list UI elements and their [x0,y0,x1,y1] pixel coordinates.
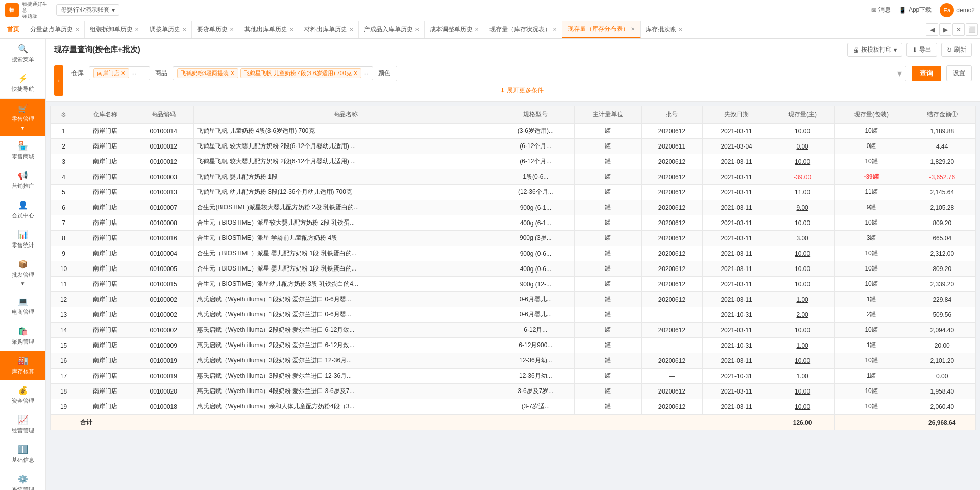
warehouse-tag-close-icon[interactable]: ✕ [121,70,126,77]
sidebar-item-finance[interactable]: 💰 资金管理 [0,380,45,410]
print-button[interactable]: 🖨 按模板打印 ▾ [847,43,902,57]
cell-qty-main[interactable]: 9.00 [771,200,834,215]
message-btn[interactable]: ✉ 消息 [871,6,891,14]
tab-close-icon[interactable]: ✕ [678,27,682,32]
cell-code: 00100012 [133,154,194,169]
setting-button[interactable]: 设置 [946,65,972,81]
product-tag-1-close-icon[interactable]: ✕ [230,70,235,77]
tab-close-icon[interactable]: ✕ [230,27,234,32]
industry-selector[interactable]: 母婴行业演示账套 ▾ [56,4,119,16]
sidebar-item-base-info[interactable]: ℹ️ 基础信息 [0,439,45,469]
color-filter-input[interactable]: ▾ [396,66,906,81]
tab-demand[interactable]: 要货单历史 ✕ [192,21,239,38]
product-filter-input[interactable]: 飞鹤奶粉3段两提装 ✕ 飞鹤星飞帆 儿童奶粉 4段(3-6岁适用) 700克 ✕… [173,66,373,80]
app-download-btn[interactable]: 📱 App下载 [899,6,932,14]
export-button[interactable]: ⬇ 导出 [906,43,937,57]
color-dropdown-icon[interactable]: ▾ [897,68,902,79]
tab-current-status[interactable]: 现存量（库存状况表） ✕ [484,21,562,38]
cell-qty-main[interactable]: 10.00 [771,215,834,231]
sidebar-item-ecommerce[interactable]: 💻 电商管理 [0,291,45,321]
cell-qty-main[interactable]: 10.00 [771,154,834,169]
sidebar-item-wholesale[interactable]: 📦 批发管理 ▼ [0,254,45,291]
cell-qty-main[interactable]: 1.00 [771,369,834,384]
cell-qty-main[interactable]: 10.00 [771,124,834,139]
tab-close-icon[interactable]: ✕ [553,27,557,32]
sidebar-item-inventory[interactable]: 🏭 库存核算 [0,351,45,380]
cell-qty-main[interactable]: 3.00 [771,231,834,246]
tab-batch-ledger[interactable]: 库存批次账 ✕ [641,21,688,38]
tab-close-icon[interactable]: ✕ [415,27,419,32]
cell-no: 9 [51,246,77,261]
sidebar-item-system[interactable]: ⚙️ 系统管理 [0,469,45,490]
warehouse-filter-input[interactable]: 南岸门店 ✕ ··· [89,66,150,80]
tab-close-icon[interactable]: ✕ [289,27,293,32]
cell-qty-main[interactable]: 10.00 [771,353,834,369]
tab-close-all-btn[interactable]: ✕ [952,23,965,36]
expand-sidebar-btn[interactable]: › [54,65,63,96]
tab-current-dist[interactable]: 现存量（库存分布表） ✕ [562,21,641,38]
tab-mix[interactable]: 调拨单历史 ✕ [144,21,192,38]
product-tag-1[interactable]: 飞鹤奶粉3段两提装 ✕ [177,68,238,78]
expand-more-btn[interactable]: ⬇ 展开更多条件 [71,84,972,97]
cell-unit: 罐 [574,169,641,185]
cell-qty-main[interactable]: 11.00 [771,185,834,200]
cell-expire: 2021-03-11 [702,384,771,399]
tab-close-icon[interactable]: ✕ [475,27,479,32]
username: demo2 [956,7,975,14]
tab-material-out[interactable]: 材料出库单历史 ✕ [299,21,359,38]
col-warehouse: 仓库名称 [77,106,133,124]
sidebar-item-retail-shop[interactable]: 🏪 零售商城 [0,136,45,165]
cell-qty-main[interactable]: 10.00 [771,246,834,261]
tab-close-icon[interactable]: ✕ [182,27,186,32]
sidebar-item-retail-mgmt[interactable]: 🛒 零售管理 ▼ [0,99,45,136]
tab-close-icon[interactable]: ✕ [75,27,79,32]
tab-split-inventory[interactable]: 分量盘点单历史 ✕ [25,21,85,38]
product-more-icon[interactable]: ··· [363,70,369,77]
tab-close-icon[interactable]: ✕ [349,27,353,32]
sidebar-item-marketing[interactable]: 📢 营销推广 [0,165,45,195]
tab-prev-btn[interactable]: ◀ [926,23,938,36]
cell-qty-main[interactable]: 1.00 [771,292,834,307]
warehouse-tag[interactable]: 南岸门店 ✕ [93,68,129,78]
cell-qty-main[interactable]: 10.00 [771,384,834,399]
sidebar-item-retail-stats[interactable]: 📊 零售统计 [0,225,45,254]
cell-qty-main[interactable]: 0.00 [771,139,834,154]
tab-label: 分量盘点单历史 [30,25,73,34]
cell-qty-main[interactable]: 1.00 [771,338,834,353]
cell-balance: 809.20 [909,261,976,277]
table-row: 2 南岸门店 00100012 飞鹤星飞帆 较大婴儿配方奶粉 2段(6-12个月… [51,139,976,154]
cell-qty-main[interactable]: 10.00 [771,261,834,277]
product-tag-2[interactable]: 飞鹤星飞帆 儿童奶粉 4段(3-6岁适用) 700克 ✕ [240,68,361,78]
query-button[interactable]: 查询 [912,66,941,81]
user-area[interactable]: Ea demo2 [940,3,975,17]
cell-qty-main[interactable]: 10.00 [771,277,834,292]
print-label: 按模板打印 [861,45,892,54]
cell-batch: 20200612 [642,200,703,215]
tab-product-in[interactable]: 产成品入库单历史 ✕ [359,21,425,38]
tab-home[interactable]: 首页 [2,21,25,38]
tab-other-out[interactable]: 其他出库单历史 ✕ [239,21,299,38]
refresh-button[interactable]: ↻ 刷新 [941,43,972,57]
cell-expire: 2021-10-31 [702,307,771,323]
settings-icon[interactable]: ⚙ [60,111,68,119]
cell-no: 7 [51,215,77,231]
tab-close-icon[interactable]: ✕ [135,27,139,32]
col-settings[interactable]: ⚙ [51,106,77,124]
cell-qty-main[interactable]: 2.00 [771,307,834,323]
sidebar-item-search[interactable]: 🔍 搜索菜单 [0,39,45,68]
cell-qty-main[interactable]: 10.00 [771,323,834,338]
tab-cost-adjust[interactable]: 成本调整单历史 ✕ [425,21,484,38]
sidebar-item-purchase[interactable]: 🛍️ 采购管理 [0,321,45,351]
tab-next-btn[interactable]: ▶ [939,23,951,36]
sidebar-item-quick-nav[interactable]: ⚡ 快捷导航 [0,68,45,98]
cell-qty-main[interactable]: 10.00 [771,399,834,415]
warehouse-more-icon[interactable]: ··· [131,70,136,77]
tab-disassembly[interactable]: 组装拆卸单历史 ✕ [85,21,144,38]
tab-expand-btn[interactable]: ⬜ [966,23,978,36]
sidebar-item-operations[interactable]: 📈 经营管理 [0,410,45,439]
top-right: ✉ 消息 📱 App下载 Ea demo2 [871,3,975,17]
sidebar-item-member[interactable]: 👤 会员中心 [0,195,45,225]
tab-close-icon[interactable]: ✕ [631,26,635,32]
product-tag-2-close-icon[interactable]: ✕ [353,70,358,77]
cell-qty-main[interactable]: -39.00 [771,169,834,185]
